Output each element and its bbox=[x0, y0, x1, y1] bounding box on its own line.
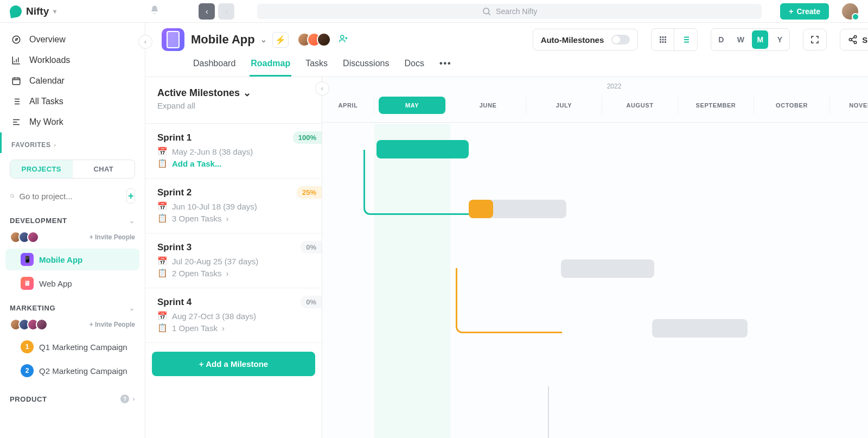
invite-people-link[interactable]: + Invite People bbox=[90, 233, 135, 241]
zoom-day[interactable]: D bbox=[711, 29, 731, 50]
milestone-sprint-3[interactable]: Sprint 3 📅Jul 20-Aug 25 (37 days) 📋2 Ope… bbox=[145, 233, 322, 288]
category-product[interactable]: PRODUCT ? › bbox=[0, 390, 145, 408]
project-title[interactable]: Mobile App ⌄ ⚡ bbox=[191, 32, 348, 48]
month-september[interactable]: SEPTEMBER bbox=[678, 97, 754, 114]
month-october[interactable]: OCTOBER bbox=[754, 97, 830, 114]
task-icon: 📋 bbox=[157, 323, 168, 333]
zoom-month[interactable]: M bbox=[752, 30, 768, 49]
share-button[interactable]: Share bbox=[840, 29, 868, 50]
milestone-tasks[interactable]: 1 Open Task bbox=[172, 323, 218, 333]
project-web-app[interactable]: 🖥 Web App bbox=[5, 272, 139, 294]
tab-roadmap[interactable]: Roadmap bbox=[250, 53, 291, 77]
svg-point-16 bbox=[854, 41, 857, 44]
bolt-icon[interactable]: ⚡ bbox=[272, 32, 289, 48]
category-marketing[interactable]: MARKETING ⌄ bbox=[0, 300, 145, 316]
month-july[interactable]: JULY bbox=[526, 97, 602, 114]
list-icon bbox=[11, 117, 22, 128]
more-tabs-button[interactable]: ••• bbox=[438, 53, 453, 77]
svg-rect-6 bbox=[662, 36, 663, 38]
number-badge-icon: 1 bbox=[21, 340, 34, 353]
grid-view-button[interactable] bbox=[652, 29, 674, 50]
project-label: Mobile App bbox=[39, 255, 82, 264]
bell-icon[interactable] bbox=[150, 5, 159, 17]
category-development[interactable]: DEVELOPMENT ⌄ bbox=[0, 212, 145, 229]
svg-rect-2 bbox=[12, 78, 20, 85]
tab-dashboard[interactable]: Dashboard bbox=[192, 53, 237, 77]
project-mobile-app[interactable]: 📱 Mobile App bbox=[5, 249, 139, 270]
user-avatar[interactable] bbox=[842, 3, 858, 20]
dependency-link-icon bbox=[548, 386, 653, 438]
milestone-title: Sprint 2 bbox=[157, 187, 311, 198]
add-person-icon[interactable] bbox=[339, 34, 348, 46]
dependency-link-icon bbox=[363, 150, 469, 215]
gantt-bar-sprint-4[interactable] bbox=[652, 319, 748, 338]
nav-calendar[interactable]: Calendar bbox=[0, 71, 145, 91]
calendar-icon bbox=[11, 75, 22, 86]
zoom-week[interactable]: W bbox=[731, 29, 750, 50]
add-task-link[interactable]: Add a Task... bbox=[172, 159, 221, 168]
milestone-title: Sprint 4 bbox=[157, 297, 311, 308]
create-button[interactable]: + Create bbox=[780, 3, 829, 20]
nav-history: ‹ › bbox=[199, 3, 234, 20]
nav-overview[interactable]: Overview bbox=[0, 29, 145, 50]
zoom-year[interactable]: Y bbox=[770, 29, 789, 50]
svg-rect-8 bbox=[660, 39, 661, 41]
tab-tasks[interactable]: Tasks bbox=[304, 53, 329, 77]
svg-point-3 bbox=[11, 194, 14, 197]
tab-projects[interactable]: PROJECTS bbox=[10, 160, 73, 178]
month-april[interactable]: APRIL bbox=[322, 97, 374, 114]
milestone-tasks[interactable]: 2 Open Tasks bbox=[172, 269, 221, 278]
nav-workloads[interactable]: Workloads bbox=[0, 50, 145, 71]
main: ‹ Mobile App ⌄ ⚡ Auto-Milestones bbox=[145, 23, 868, 438]
milestone-dates: Jun 10-Jul 18 (39 days) bbox=[172, 202, 257, 211]
help-icon[interactable]: ? bbox=[120, 395, 129, 403]
roadmap: Active Milestones ⌄ Expand all Sprint 1 … bbox=[145, 77, 868, 438]
chevron-right-icon: › bbox=[132, 395, 135, 403]
milestone-title: Sprint 3 bbox=[157, 242, 311, 253]
nav-my-work[interactable]: My Work bbox=[0, 112, 145, 132]
nav-all-tasks[interactable]: All Tasks bbox=[0, 91, 145, 112]
list-icon bbox=[11, 96, 22, 107]
collapse-sidebar-button[interactable]: ‹ bbox=[138, 35, 152, 49]
tab-chat[interactable]: CHAT bbox=[73, 160, 135, 178]
brand[interactable]: Nifty ▾ bbox=[10, 5, 56, 17]
milestone-sprint-2[interactable]: Sprint 2 📅Jun 10-Jul 18 (39 days) 📋3 Ope… bbox=[145, 179, 322, 233]
month-august[interactable]: AUGUST bbox=[602, 97, 678, 114]
roadmap-year: 2022 bbox=[322, 77, 868, 90]
task-icon: 📋 bbox=[157, 158, 168, 168]
calendar-icon: 📅 bbox=[157, 256, 168, 266]
month-may[interactable]: MAY bbox=[379, 97, 446, 114]
gantt-row-3 bbox=[322, 243, 868, 303]
gantt-bar-sprint-3[interactable] bbox=[561, 259, 654, 278]
chevron-right-icon: › bbox=[54, 142, 56, 148]
tab-docs[interactable]: Docs bbox=[403, 53, 425, 77]
milestone-sprint-4[interactable]: Sprint 4 📅Aug 27-Oct 3 (38 days) 📋1 Open… bbox=[145, 288, 322, 343]
month-june[interactable]: JUNE bbox=[450, 97, 526, 114]
invite-people-link[interactable]: + Invite People bbox=[90, 321, 135, 328]
add-milestone-button[interactable]: + Add a Milestone bbox=[152, 352, 315, 376]
svg-rect-12 bbox=[662, 41, 663, 43]
list-view-button[interactable] bbox=[674, 29, 697, 50]
month-november[interactable]: NOVEMBER bbox=[830, 97, 868, 114]
nav-back-button[interactable]: ‹ bbox=[199, 3, 215, 20]
gantt-bars bbox=[322, 124, 868, 363]
svg-point-4 bbox=[340, 35, 343, 39]
fullscreen-button[interactable] bbox=[803, 29, 827, 50]
expand-all-link[interactable]: Expand all bbox=[157, 101, 310, 110]
milestone-sprint-1[interactable]: Sprint 1 📅May 2-Jun 8 (38 days) 📋Add a T… bbox=[145, 124, 322, 179]
svg-point-1 bbox=[12, 36, 20, 43]
auto-milestones-toggle[interactable]: Auto-Milestones bbox=[533, 29, 639, 50]
project-q1-marketing[interactable]: 1 Q1 Marketing Campaign bbox=[5, 336, 139, 358]
tab-discussions[interactable]: Discussions bbox=[342, 53, 390, 77]
milestone-tasks[interactable]: 3 Open Tasks bbox=[172, 214, 221, 223]
chevron-right-icon: › bbox=[222, 323, 225, 333]
favorites-heading[interactable]: FAVORITES › bbox=[0, 132, 145, 153]
project-q2-marketing[interactable]: 2 Q2 Marketing Campaign bbox=[5, 360, 139, 382]
scroll-back-button[interactable]: ‹ bbox=[315, 81, 329, 96]
goto-project-input[interactable] bbox=[19, 192, 122, 201]
add-project-button[interactable]: + bbox=[126, 188, 135, 204]
search-input[interactable]: Search Nifty bbox=[257, 4, 762, 19]
roadmap-chart[interactable]: ‹ 2022 APRIL MAY JUNE JULY AUGUST SEPTEM… bbox=[322, 77, 868, 438]
roadmap-title-text: Active Milestones bbox=[157, 87, 240, 99]
roadmap-title[interactable]: Active Milestones ⌄ bbox=[157, 87, 310, 99]
